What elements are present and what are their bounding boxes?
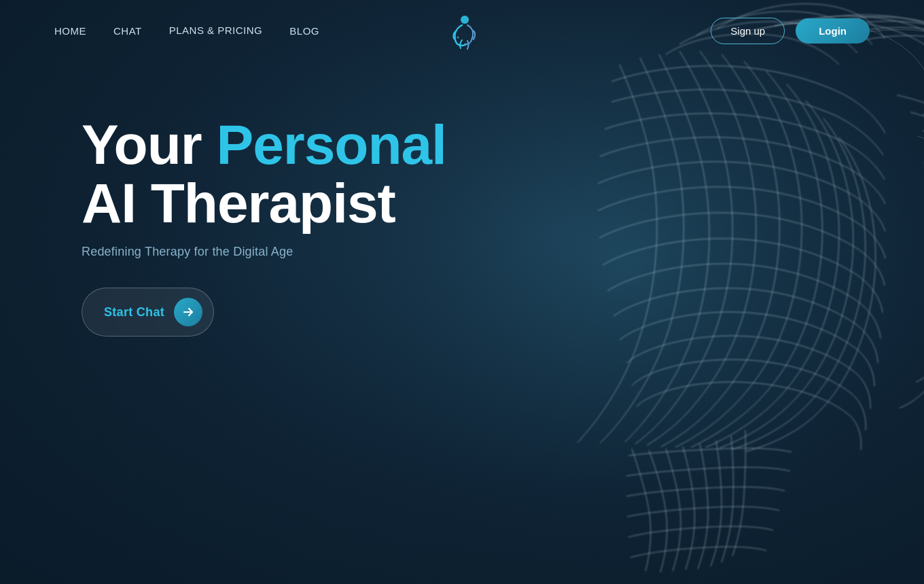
nav-blog[interactable]: BLOG xyxy=(289,25,319,37)
navbar: HOME CHAT PLANS & PRICING BLOG Sign up L… xyxy=(0,0,924,61)
nav-left: HOME CHAT PLANS & PRICING BLOG xyxy=(54,24,319,37)
hero-subtitle: Redefining Therapy for the Digital Age xyxy=(82,245,924,259)
hero-title-part2: AI Therapist xyxy=(82,172,395,234)
hero-title-highlight: Personal xyxy=(216,114,446,175)
hero-title-part1: Your xyxy=(82,114,216,175)
signup-button[interactable]: Sign up xyxy=(711,18,785,44)
svg-point-1 xyxy=(461,16,469,24)
nav-chat[interactable]: CHAT xyxy=(113,25,142,37)
arrow-right-icon xyxy=(181,305,195,319)
hero-section: Your Personal AI Therapist Redefining Th… xyxy=(0,61,924,337)
svg-point-2 xyxy=(457,37,459,39)
start-chat-button[interactable]: Start Chat xyxy=(82,288,214,337)
login-button[interactable]: Login xyxy=(796,18,870,44)
svg-point-3 xyxy=(472,37,474,39)
nav-plans-pricing[interactable]: PLANS & PRICING xyxy=(169,24,263,37)
start-chat-label: Start Chat xyxy=(104,305,164,320)
nav-home[interactable]: HOME xyxy=(54,25,86,37)
hero-title: Your Personal AI Therapist xyxy=(82,116,924,233)
nav-right: Sign up Login xyxy=(711,18,870,44)
arrow-icon-circle xyxy=(174,298,202,326)
logo xyxy=(443,12,481,50)
